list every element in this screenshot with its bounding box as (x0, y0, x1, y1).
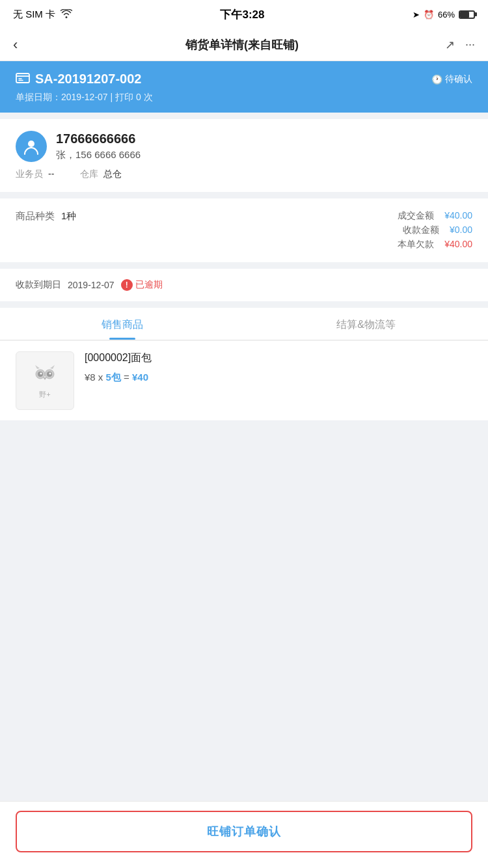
status-carrier: 无 SIM 卡 (13, 8, 72, 21)
transaction-value: ¥40.00 (444, 210, 472, 222)
customer-info: 17666666666 张，156 6666 6666 (56, 131, 141, 161)
nav-bar: ‹ 销货单详情(来自旺铺) ↗ ··· (0, 29, 488, 61)
salesperson-label: 业务员 (16, 169, 43, 180)
location-icon: ➤ (413, 10, 420, 20)
share-button[interactable]: ↗ (445, 38, 455, 52)
svg-point-1 (28, 141, 34, 147)
unit-price: ¥8 (85, 372, 96, 383)
stats-section: 商品种类 1种 成交金额 ¥40.00 收款金额 ¥0.00 本单欠款 ¥40.… (0, 198, 488, 262)
order-status: 🕐 待确认 (431, 74, 472, 85)
customer-meta: 业务员 -- 仓库 总仓 (16, 169, 472, 180)
stats-row: 商品种类 1种 成交金额 ¥40.00 收款金额 ¥0.00 本单欠款 ¥40.… (16, 210, 472, 251)
gray-fill-area (0, 420, 488, 550)
nav-actions: ↗ ··· (445, 38, 475, 52)
alarm-icon: ⏰ (424, 10, 434, 20)
back-button[interactable]: ‹ (13, 36, 39, 53)
customer-phone: 17666666666 (56, 131, 141, 146)
status-battery: ➤ ⏰ 66% (413, 10, 475, 20)
order-header: SA-20191207-002 🕐 待确认 单据日期：2019-12-07 | … (0, 61, 488, 113)
warehouse-label: 仓库 (80, 169, 98, 180)
wifi-icon (61, 9, 72, 20)
customer-name: 张，156 6666 6666 (56, 149, 141, 161)
order-icon (16, 72, 30, 87)
transaction-label: 成交金额 (398, 210, 434, 222)
battery-percent: 66% (438, 10, 455, 20)
equals-sign: = (124, 372, 132, 383)
tab-settlement[interactable]: 结算&物流等 (244, 308, 488, 340)
tabs-row: 销售商品 结算&物流等 (0, 308, 488, 340)
product-item: 野+ [0000002]面包 ¥8 x 5包 = ¥40 (0, 340, 488, 420)
product-name: [0000002]面包 (85, 351, 472, 365)
overdue-text: 已逾期 (135, 279, 163, 291)
transaction-line: 成交金额 ¥40.00 (398, 210, 472, 222)
confirm-order-button[interactable]: 旺铺订单确认 (16, 811, 472, 852)
product-types: 商品种类 1种 (16, 210, 76, 223)
bottom-bar: 旺铺订单确认 (0, 801, 488, 868)
product-info: [0000002]面包 ¥8 x 5包 = ¥40 (85, 351, 472, 384)
customer-section: 17666666666 张，156 6666 6666 业务员 -- 仓库 总仓 (0, 119, 488, 192)
due-label: 收款到期日 (16, 279, 61, 291)
svg-point-7 (49, 372, 51, 374)
more-button[interactable]: ··· (465, 38, 475, 51)
svg-rect-0 (16, 74, 29, 83)
due-date-section: 收款到期日 2019-12-07 ! 已逾期 (0, 269, 488, 301)
total-price: ¥40 (132, 372, 148, 383)
order-header-top: SA-20191207-002 🕐 待确认 (16, 72, 472, 87)
status-time: 下午3:28 (220, 7, 264, 22)
svg-point-6 (40, 372, 42, 374)
owed-label: 本单欠款 (398, 239, 434, 251)
warehouse-item: 仓库 总仓 (80, 169, 122, 180)
multiply-sign: x (98, 372, 106, 383)
product-price: ¥8 x 5包 = ¥40 (85, 372, 472, 384)
due-row: 收款到期日 2019-12-07 ! 已逾期 (16, 279, 472, 291)
owed-value: ¥40.00 (444, 239, 472, 251)
stats-right: 成交金额 ¥40.00 收款金额 ¥0.00 本单欠款 ¥40.00 (398, 210, 472, 251)
due-date-value: 2019-12-07 (68, 280, 115, 290)
salesperson-value: -- (48, 169, 54, 180)
payment-line: 收款金额 ¥0.00 (403, 224, 472, 236)
product-thumbnail: 野+ (16, 351, 74, 410)
order-date: 单据日期：2019-12-07 | 打印 0 次 (16, 92, 472, 103)
quantity: 5包 (106, 372, 121, 383)
overdue-icon: ! (121, 279, 133, 291)
clock-icon: 🕐 (431, 74, 442, 85)
carrier-text: 无 SIM 卡 (13, 8, 55, 21)
payment-value: ¥0.00 (450, 224, 472, 236)
page-title: 销货单详情(来自旺铺) (39, 37, 445, 53)
warehouse-value: 总仓 (103, 169, 122, 180)
product-types-value: 1种 (61, 210, 76, 223)
overdue-badge: ! 已逾期 (121, 279, 163, 291)
customer-row: 17666666666 张，156 6666 6666 (16, 131, 472, 162)
salesperson-item: 业务员 -- (16, 169, 54, 180)
tab-sales-products[interactable]: 销售商品 (0, 308, 244, 340)
owed-line: 本单欠款 ¥40.00 (398, 239, 472, 251)
battery-icon (459, 10, 475, 19)
avatar (16, 131, 47, 162)
product-types-label: 商品种类 (16, 210, 55, 223)
tabs-section: 销售商品 结算&物流等 (0, 308, 488, 420)
status-bar: 无 SIM 卡 下午3:28 ➤ ⏰ 66% (0, 0, 488, 29)
order-id: SA-20191207-002 (16, 72, 141, 87)
payment-label: 收款金额 (403, 224, 439, 236)
